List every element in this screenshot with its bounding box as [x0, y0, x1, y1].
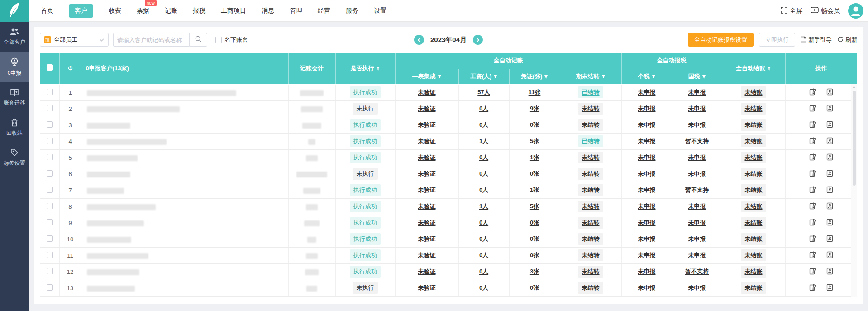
one-form-status-link[interactable]: 未验证 — [418, 203, 436, 210]
one-form-status-link[interactable]: 未验证 — [418, 235, 436, 242]
carryover-status-link[interactable]: 未结转 — [578, 233, 603, 245]
edit-voucher-icon[interactable] — [809, 268, 816, 276]
filter-funnel-icon[interactable] — [493, 73, 497, 80]
personal-tax-status-link[interactable]: 未申报 — [638, 89, 656, 96]
closing-status-link[interactable]: 未结账 — [741, 184, 766, 196]
closing-status-link[interactable]: 未结账 — [741, 249, 766, 261]
personal-tax-status-link[interactable]: 未申报 — [638, 170, 656, 177]
row-checkbox[interactable] — [47, 252, 53, 258]
row-checkbox[interactable] — [47, 187, 53, 193]
national-tax-status-link[interactable]: 未申报 — [688, 203, 706, 210]
one-form-status-link[interactable]: 未验证 — [418, 268, 436, 275]
customer-file-icon[interactable] — [826, 121, 833, 129]
execute-now-button[interactable]: 立即执行 — [759, 33, 795, 47]
customer-name-redacted[interactable] — [87, 172, 130, 177]
row-checkbox[interactable] — [47, 203, 53, 209]
voucher-count-link[interactable]: 11张 — [529, 89, 541, 96]
personal-tax-status-link[interactable]: 未申报 — [638, 268, 656, 275]
salary-count-link[interactable]: 0人 — [479, 105, 488, 112]
customer-name-redacted[interactable] — [87, 155, 138, 161]
prev-month-button[interactable] — [414, 35, 424, 45]
one-form-status-link[interactable]: 未验证 — [418, 105, 436, 112]
voucher-count-link[interactable]: 0张 — [530, 252, 539, 258]
personal-tax-status-link[interactable]: 未申报 — [638, 105, 656, 112]
sidebar-item-回收站[interactable]: 回收站 — [0, 112, 29, 143]
nav-item-收费[interactable]: 收费 — [109, 7, 121, 15]
customer-name-redacted[interactable] — [87, 139, 167, 145]
closing-status-link[interactable]: 未结账 — [741, 266, 766, 278]
salary-count-link[interactable]: 0人 — [479, 187, 488, 193]
newbie-guide-link[interactable]: 新手引导 — [801, 36, 832, 44]
row-checkbox[interactable] — [47, 138, 53, 144]
salary-count-link[interactable]: 0人 — [479, 219, 488, 226]
carryover-status-link[interactable]: 未结转 — [578, 103, 603, 115]
national-tax-status-link[interactable]: 未申报 — [688, 219, 706, 226]
carryover-status-link[interactable]: 未结转 — [578, 249, 603, 261]
carryover-status-link[interactable]: 已结转 — [578, 86, 603, 98]
one-form-status-link[interactable]: 未验证 — [418, 89, 436, 96]
voucher-count-link[interactable]: 0张 — [530, 235, 539, 242]
carryover-status-link[interactable]: 未结转 — [578, 266, 603, 278]
national-tax-status-link[interactable]: 暂不支持 — [685, 138, 709, 144]
sidebar-item-0申报[interactable]: 0申报 — [0, 52, 29, 82]
edit-voucher-icon[interactable] — [809, 251, 816, 260]
edit-voucher-icon[interactable] — [809, 219, 816, 227]
customer-name-redacted[interactable] — [87, 286, 135, 292]
voucher-count-link[interactable]: 1张 — [530, 187, 539, 193]
carryover-status-link[interactable]: 已结转 — [578, 135, 603, 147]
customer-file-icon[interactable] — [826, 88, 833, 97]
customer-name-redacted[interactable] — [87, 204, 156, 210]
salary-count-link[interactable]: 0人 — [479, 170, 488, 177]
customer-name-redacted[interactable] — [87, 123, 130, 129]
next-month-button[interactable] — [473, 35, 483, 45]
own-accounts-checkbox[interactable] — [215, 37, 222, 43]
voucher-count-link[interactable]: 0张 — [530, 284, 539, 291]
carryover-status-link[interactable]: 未结转 — [578, 201, 603, 212]
voucher-count-link[interactable]: 9张 — [530, 105, 539, 112]
scroll-up-icon[interactable]: ▲ — [851, 84, 857, 90]
customer-file-icon[interactable] — [826, 235, 833, 244]
row-checkbox[interactable] — [47, 121, 53, 128]
employee-filter-select[interactable]: 组 全部员工 — [40, 33, 109, 47]
national-tax-status-link[interactable]: 未申报 — [688, 121, 706, 128]
national-tax-status-link[interactable]: 未申报 — [688, 284, 706, 291]
row-checkbox[interactable] — [47, 284, 53, 291]
nav-item-记账[interactable]: 记账 — [165, 7, 177, 15]
closing-status-link[interactable]: 未结账 — [741, 217, 766, 229]
row-checkbox[interactable] — [47, 268, 53, 274]
one-form-status-link[interactable]: 未验证 — [418, 121, 436, 128]
personal-tax-status-link[interactable]: 未申报 — [638, 138, 656, 144]
row-checkbox[interactable] — [47, 154, 53, 160]
customer-file-icon[interactable] — [826, 219, 833, 227]
row-checkbox[interactable] — [47, 219, 53, 225]
carryover-status-link[interactable]: 未结转 — [578, 217, 603, 229]
carryover-status-link[interactable]: 未结转 — [578, 119, 603, 131]
row-checkbox[interactable] — [47, 89, 53, 95]
user-avatar[interactable] — [848, 3, 863, 19]
customer-file-icon[interactable] — [826, 251, 833, 260]
table-scrollbar[interactable]: ▲ — [851, 84, 857, 297]
nav-item-票据[interactable]: 票据 new — [137, 7, 149, 15]
carryover-status-link[interactable]: 未结转 — [578, 168, 603, 180]
edit-voucher-icon[interactable] — [809, 235, 816, 244]
personal-tax-status-link[interactable]: 未申报 — [638, 284, 656, 291]
edit-voucher-icon[interactable] — [809, 105, 816, 113]
salary-count-link[interactable]: 0人 — [479, 252, 488, 258]
nav-item-管理[interactable]: 管理 — [290, 7, 302, 15]
nav-item-报税[interactable]: 报税 — [193, 7, 205, 15]
nav-item-工商项目[interactable]: 工商项目 — [221, 7, 246, 15]
row-checkbox[interactable] — [47, 105, 53, 111]
fullscreen-button[interactable]: 全屏 — [781, 7, 802, 15]
closing-status-link[interactable]: 未结账 — [741, 282, 766, 294]
voucher-count-link[interactable]: 1张 — [530, 154, 539, 161]
salary-count-link[interactable]: 1人 — [479, 203, 488, 210]
filter-funnel-icon[interactable] — [544, 73, 548, 80]
salary-count-link[interactable]: 0人 — [479, 154, 488, 161]
customer-file-icon[interactable] — [826, 137, 833, 146]
personal-tax-status-link[interactable]: 未申报 — [638, 252, 656, 258]
customer-file-icon[interactable] — [826, 170, 833, 178]
national-tax-status-link[interactable]: 未申报 — [688, 235, 706, 242]
salary-count-link[interactable]: 0人 — [479, 235, 488, 242]
national-tax-status-link[interactable]: 暂不支持 — [685, 268, 709, 275]
gear-icon[interactable]: ⚙ — [67, 65, 73, 72]
